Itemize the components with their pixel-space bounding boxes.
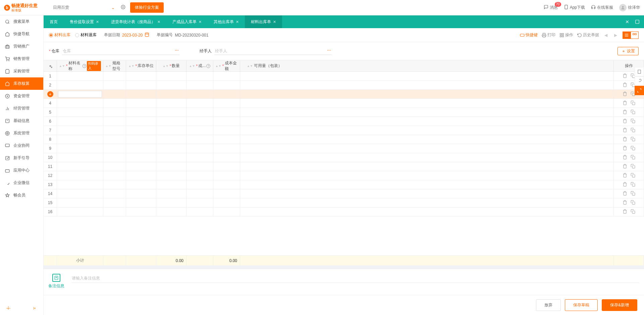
cell-avail[interactable] (240, 108, 614, 117)
collapse-icon[interactable] (33, 306, 37, 312)
table-row[interactable]: 14 (44, 189, 644, 198)
cell-spec[interactable] (103, 144, 126, 153)
th-avail[interactable]: ▲▼ 可用量（包装） (240, 60, 614, 71)
cell-qty[interactable] (156, 180, 186, 189)
sidebar-item-0[interactable]: 搜索菜单 (0, 15, 43, 28)
cell-unit[interactable] (126, 198, 156, 207)
cell-name[interactable] (57, 90, 103, 99)
cell-cost[interactable] (186, 81, 213, 89)
dock-note-icon[interactable] (635, 67, 644, 76)
cell-unit[interactable] (126, 117, 156, 126)
cell-total[interactable] (213, 153, 240, 162)
sidebar-item-7[interactable]: 经营管理 (0, 102, 43, 115)
copy-icon[interactable] (631, 182, 635, 188)
table-row[interactable]: 12 (44, 171, 644, 180)
view-list-icon[interactable] (623, 32, 631, 39)
delete-icon[interactable] (623, 101, 627, 106)
cell-avail[interactable] (240, 189, 614, 198)
user-menu[interactable]: 徐泽华 (619, 4, 640, 11)
cell-cost[interactable] (186, 162, 213, 171)
save-draft-button[interactable]: 保存草稿 (565, 299, 598, 311)
settings-button[interactable]: 设置 (618, 47, 639, 55)
cell-name[interactable] (57, 135, 103, 144)
warehouse-input[interactable] (62, 47, 179, 55)
th-name[interactable]: ▲▼ *材料名称 ? 扫码录入 (57, 60, 103, 71)
table-row[interactable]: 4 (44, 99, 644, 108)
cell-cost[interactable] (186, 189, 213, 198)
dock-expand-icon[interactable] (635, 86, 644, 95)
cell-total[interactable] (213, 135, 240, 144)
cell-total[interactable] (213, 198, 240, 207)
cell-total[interactable] (213, 99, 240, 108)
cell-unit[interactable] (126, 135, 156, 144)
more-icon[interactable]: ⋯ (175, 48, 179, 53)
table-row[interactable]: 11 (44, 162, 644, 171)
table-row[interactable]: 10 (44, 153, 644, 162)
delete-icon[interactable] (623, 119, 627, 124)
cell-input[interactable] (58, 91, 102, 98)
copy-icon[interactable] (631, 128, 635, 133)
cell-cost[interactable] (186, 144, 213, 153)
tab-0[interactable]: 首页 (44, 15, 64, 28)
prev-arrow-icon[interactable]: ◀ (603, 33, 609, 38)
cell-total[interactable] (213, 171, 240, 180)
cell-cost[interactable] (186, 72, 213, 80)
table-row[interactable]: 6 (44, 117, 644, 126)
close-icon[interactable]: ✕ (199, 20, 202, 24)
delete-icon[interactable] (623, 110, 627, 115)
sidebar-item-1[interactable]: 快捷导航 (0, 28, 43, 40)
delete-icon[interactable] (623, 91, 627, 97)
cell-total[interactable] (213, 207, 240, 216)
history-button[interactable]: 历史单据 (577, 32, 599, 38)
cell-unit[interactable] (126, 126, 156, 135)
cell-avail[interactable] (240, 180, 614, 189)
cell-spec[interactable] (103, 90, 126, 99)
cell-unit[interactable] (126, 162, 156, 171)
table-row[interactable]: 16 (44, 207, 644, 216)
cell-avail[interactable] (240, 135, 614, 144)
cell-avail[interactable] (240, 144, 614, 153)
cell-avail[interactable] (240, 171, 614, 180)
cell-qty[interactable] (156, 135, 186, 144)
cell-qty[interactable] (156, 189, 186, 198)
cell-cost[interactable] (186, 198, 213, 207)
cell-avail[interactable] (240, 126, 614, 135)
copy-icon[interactable] (631, 101, 635, 106)
copy-icon[interactable] (631, 119, 635, 124)
cell-name[interactable] (57, 99, 103, 108)
delete-icon[interactable] (623, 200, 627, 206)
cell-unit[interactable] (126, 108, 156, 117)
sidebar-item-2[interactable]: 营销推广 (0, 40, 43, 53)
help-icon[interactable]: ? (83, 64, 86, 68)
cell-avail[interactable] (240, 162, 614, 171)
cell-total[interactable] (213, 126, 240, 135)
handler-input[interactable] (214, 47, 332, 55)
discard-button[interactable]: 放弃 (536, 299, 561, 311)
cell-spec[interactable] (103, 198, 126, 207)
online-service-button[interactable]: 在线客服 (591, 5, 613, 10)
cell-unit[interactable] (126, 144, 156, 153)
cell-qty[interactable] (156, 198, 186, 207)
sidebar-item-14[interactable]: 畅会员 (0, 189, 43, 201)
cell-cost[interactable] (186, 135, 213, 144)
help-icon[interactable]: ? (206, 64, 210, 68)
sidebar-item-9[interactable]: 系统管理 (0, 127, 43, 139)
cell-unit[interactable] (126, 153, 156, 162)
cell-avail[interactable] (240, 99, 614, 108)
cell-spec[interactable] (103, 171, 126, 180)
cell-name[interactable] (57, 180, 103, 189)
cell-unit[interactable] (126, 99, 156, 108)
table-row[interactable]: 9 (44, 144, 644, 153)
shortcut-button[interactable]: 快捷键 (520, 32, 538, 38)
cell-spec[interactable] (103, 135, 126, 144)
table-row[interactable]: 13 (44, 180, 644, 189)
sidebar-item-4[interactable]: 采购管理 (0, 65, 43, 77)
cell-name[interactable] (57, 117, 103, 126)
cell-total[interactable] (213, 90, 240, 99)
cell-qty[interactable] (156, 171, 186, 180)
cell-total[interactable] (213, 189, 240, 198)
copy-icon[interactable] (631, 137, 635, 142)
tab-close-all-icon[interactable] (623, 17, 632, 26)
sidebar-item-13[interactable]: 企业微信 (0, 177, 43, 189)
delete-icon[interactable] (623, 155, 627, 161)
